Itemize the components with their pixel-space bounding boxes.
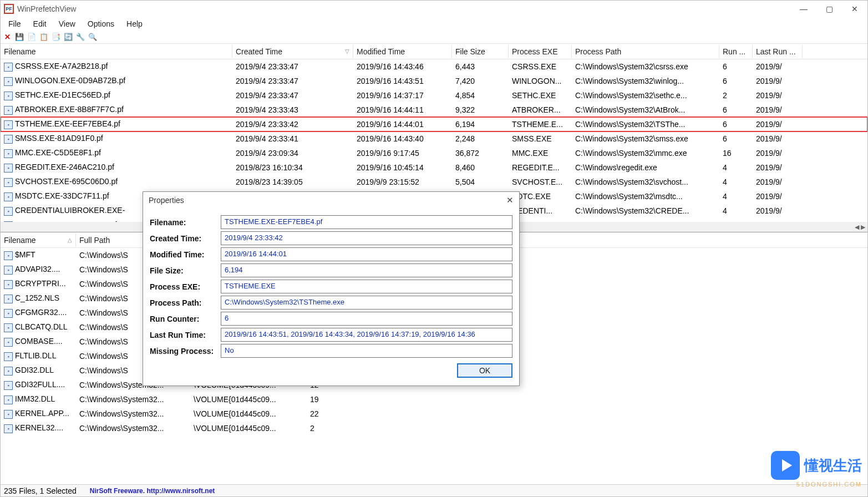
cell: ▪SVCHOST.EXE-695C06D0.pf <box>1 176 232 187</box>
property-value[interactable]: 6 <box>221 312 512 326</box>
cell: 7,420 <box>452 75 509 87</box>
cell: 2019/9/16 14:44:01 <box>353 119 452 130</box>
sort-indicator-icon: △ <box>68 237 72 243</box>
options-icon[interactable]: 🔧 <box>76 33 85 42</box>
menu-edit[interactable]: Edit <box>28 18 52 30</box>
file-icon: ▪ <box>4 338 13 347</box>
cell: C:\Windows\System32\smss.exe <box>572 133 719 144</box>
table-row[interactable]: ▪KERNEL.APP...C:\Windows\System32...\VOL… <box>1 407 867 421</box>
col-header[interactable]: Created Time▽ <box>232 45 353 58</box>
cell: 2019/9/9 23:15:52 <box>353 176 452 187</box>
cell: 2019/9/16 14:43:51 <box>353 75 452 87</box>
cell: 6,194 <box>452 119 509 130</box>
cell: 2019/9/ <box>753 119 803 130</box>
file-icon: ▪ <box>4 424 13 433</box>
cell: 4 <box>719 205 753 216</box>
table-row[interactable]: ▪SVCHOST.EXE-695C06D0.pf2019/8/23 14:39:… <box>1 175 867 189</box>
col-header[interactable]: Last Run ... <box>753 45 803 58</box>
close-button[interactable]: ✕ <box>842 1 867 17</box>
table-row[interactable]: ▪REGEDIT.EXE-246AC210.pf2019/8/23 16:10:… <box>1 160 867 175</box>
table-row[interactable]: ▪MMC.EXE-C5D5E8F1.pf2019/9/4 23:09:34201… <box>1 146 867 160</box>
table-row[interactable]: ▪SMSS.EXE-81AD91F0.pf2019/9/4 23:33:4120… <box>1 131 867 146</box>
property-value[interactable]: 6,194 <box>221 263 512 277</box>
minimize-button[interactable]: — <box>791 1 816 17</box>
cell: 2019/9/4 23:33:41 <box>232 133 353 144</box>
cell: C:\Windows\System32\CREDE... <box>572 205 719 216</box>
table-row[interactable]: ▪ATBROKER.EXE-8B8F7F7C.pf2019/9/4 23:33:… <box>1 103 867 117</box>
col-header[interactable]: Modified Time <box>353 45 452 58</box>
property-value[interactable]: TSTHEME.EXE-EEF7EBE4.pf <box>221 215 512 229</box>
statusbar: 235 Files, 1 Selected NirSoft Freeware. … <box>1 484 867 496</box>
dialog-title: Properties <box>149 196 184 205</box>
cell: 2019/9/ <box>753 176 803 187</box>
properties-dialog: Properties ✕ Filename:TSTHEME.EXE-EEF7EB… <box>143 191 520 386</box>
cell: SVCHOST.E... <box>509 176 572 187</box>
col-header[interactable]: Filename <box>1 45 232 58</box>
cell: C:\Windows\System32\csrss.exe <box>572 61 719 72</box>
cell: 5,504 <box>452 176 509 187</box>
cell: 4 <box>719 191 753 202</box>
table-row[interactable]: ▪SETHC.EXE-D1EC56ED.pf2019/9/4 23:33:472… <box>1 88 867 103</box>
delete-icon[interactable]: ✕ <box>3 33 12 42</box>
cell: 2019/9/ <box>753 205 803 216</box>
col-header[interactable]: Process EXE <box>509 45 572 58</box>
cell: MMC.EXE <box>509 148 572 159</box>
menu-help[interactable]: Help <box>121 18 148 30</box>
property-row: Last Run Time:2019/9/16 14:43:51, 2019/9… <box>150 328 512 342</box>
cell: ▪ATBROKER.EXE-8B8F7F7C.pf <box>1 104 232 115</box>
cell: ▪ADVAPI32.... <box>1 263 76 275</box>
col-header[interactable]: Process Path <box>572 45 719 58</box>
cell: 2019/9/4 23:09:34 <box>232 148 353 159</box>
file-icon: ▪ <box>4 120 13 129</box>
cell: 2019/9/16 14:43:46 <box>353 61 452 72</box>
property-value[interactable]: C:\Windows\System32\TSTheme.exe <box>221 296 512 310</box>
property-value[interactable]: TSTHEME.EXE <box>221 280 512 293</box>
col-header[interactable]: File Size <box>452 45 509 58</box>
menu-options[interactable]: Options <box>82 18 120 30</box>
watermark-logo: 懂视生活 51DONGSHI.COM <box>771 451 862 480</box>
dialog-close-icon[interactable]: ✕ <box>506 195 514 205</box>
titlebar[interactable]: PF WinPrefetchView — ▢ ✕ <box>1 1 867 17</box>
cell: 6 <box>719 61 753 72</box>
find-icon[interactable]: 🔍 <box>88 33 97 42</box>
file-icon: ▪ <box>4 77 13 86</box>
refresh-icon[interactable]: 🔄 <box>64 33 73 42</box>
menu-file[interactable]: File <box>3 18 27 30</box>
export-icon[interactable]: 📑 <box>52 33 60 42</box>
ok-button[interactable]: OK <box>457 363 512 378</box>
col-header[interactable]: Filename△ <box>1 234 76 247</box>
table-row[interactable]: ▪IMM32.DLLC:\Windows\System32...\VOLUME{… <box>1 392 867 407</box>
save-icon[interactable]: 💾 <box>15 33 24 42</box>
table-row[interactable]: ▪KERNEL32....C:\Windows\System32...\VOLU… <box>1 421 867 435</box>
status-link[interactable]: NirSoft Freeware. http://www.nirsoft.net <box>90 487 215 495</box>
cell: 2019/9/4 23:33:47 <box>232 90 353 101</box>
table-row[interactable]: ▪TSTHEME.EXE-EEF7EBE4.pf2019/9/4 23:33:4… <box>1 117 867 131</box>
table-row[interactable]: ▪WINLOGON.EXE-0D9AB72B.pf2019/9/4 23:33:… <box>1 74 867 88</box>
menu-view[interactable]: View <box>53 18 81 30</box>
dialog-titlebar[interactable]: Properties ✕ <box>143 192 519 209</box>
property-value[interactable]: 2019/9/4 23:33:42 <box>221 231 512 245</box>
file-icon: ▪ <box>4 92 13 100</box>
properties-icon[interactable]: 📄 <box>27 33 36 42</box>
property-row: Missing Process:No <box>150 344 512 358</box>
property-row: Run Counter:6 <box>150 312 512 326</box>
maximize-button[interactable]: ▢ <box>816 1 842 17</box>
file-icon: ▪ <box>4 164 13 173</box>
cell: 19 <box>307 394 340 405</box>
cell: 4,854 <box>452 90 509 101</box>
cell: ▪BCRYPTPRI... <box>1 278 76 290</box>
property-row: Filename:TSTHEME.EXE-EEF7EBE4.pf <box>150 215 512 229</box>
cell: ATBROKER... <box>509 104 572 115</box>
property-value[interactable]: 2019/9/16 14:44:01 <box>221 247 512 261</box>
property-label: Process EXE: <box>150 282 221 291</box>
table-row[interactable]: ▪CSRSS.EXE-A7A2B218.pf2019/9/4 23:33:472… <box>1 59 867 74</box>
copy-icon[interactable]: 📋 <box>39 33 48 42</box>
property-value[interactable]: 2019/9/16 14:43:51, 2019/9/16 14:43:34, … <box>221 328 512 342</box>
watermark-sub: 51DONGSHI.COM <box>796 481 862 488</box>
file-icon: ▪ <box>4 266 13 275</box>
property-value[interactable]: No <box>221 344 512 358</box>
cell: 2019/9/16 14:37:17 <box>353 90 452 101</box>
cell: ▪TSTHEME.EXE-EEF7EBE4.pf <box>1 118 232 130</box>
col-header[interactable]: Run ... <box>719 45 753 58</box>
file-icon: ▪ <box>4 207 13 216</box>
